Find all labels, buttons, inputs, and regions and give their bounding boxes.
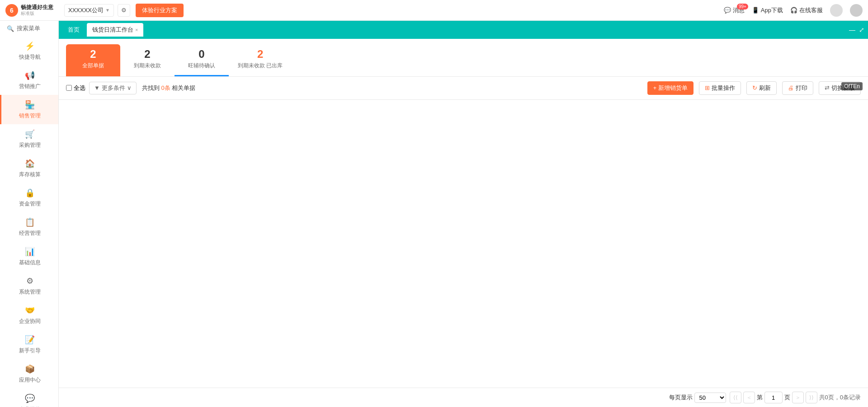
company-selector[interactable]: XXXXXX公司 ▼	[64, 4, 114, 17]
sidebar-item-guide[interactable]: 📝 新手引导	[0, 330, 58, 359]
sidebar-item-finance[interactable]: 🔒 资金管理	[0, 183, 58, 212]
app-download-button[interactable]: 📱 App下载	[752, 6, 783, 14]
page-content: 2 全部单据 2 到期未收款 0 旺辅待确认 2 到期未收款 已出库	[59, 39, 868, 407]
sidebar-item-wechat[interactable]: 💬 企业微信	[0, 388, 58, 407]
stat-card-all[interactable]: 2 全部单据	[66, 44, 120, 76]
tab-active-label: 钱货日清工作台	[92, 26, 133, 34]
stat-label-all: 全部单据	[75, 62, 111, 70]
trial-button[interactable]: 体验行业方案	[136, 4, 184, 17]
sidebar-item-label: 销售管理	[19, 112, 41, 120]
refresh-button[interactable]: ↻ 刷新	[746, 81, 777, 95]
print-button[interactable]: 🖨 打印	[782, 81, 813, 95]
toolbar: 全选 ▼ 更多条件 ∨ 共找到 0条 相关单据 + 新增销货单 ⊞ 批量操作	[59, 77, 868, 100]
sidebar-item-purchase[interactable]: 🛒 采购管理	[0, 124, 58, 154]
top-header: 6 畅捷通好生意 标准版 XXXXXX公司 ▼ ⚙ 体验行业方案 💬 消息 99…	[0, 0, 868, 21]
message-icon: 💬	[724, 7, 731, 14]
switch-icon: ⇄	[825, 84, 830, 91]
tab-minimize-button[interactable]: —	[849, 26, 855, 33]
wechat-icon: 💬	[24, 393, 35, 404]
related-label: 相关单据	[172, 84, 195, 91]
add-sale-button[interactable]: + 新增销货单	[647, 81, 693, 95]
online-service-label: 在线客服	[799, 6, 823, 14]
logo-main: 畅捷通好生意	[21, 4, 53, 10]
sidebar-item-label: 采购管理	[19, 141, 41, 149]
batch-button[interactable]: ⊞ 批量操作	[699, 81, 741, 95]
sidebar-item-label: 基础信息	[19, 259, 41, 267]
last-page-button[interactable]: ⟩⟩	[806, 392, 817, 403]
page-prefix: 第	[757, 393, 763, 402]
tab-bar: 首页 钱货日清工作台 × — ⤢	[59, 21, 868, 39]
sidebar-item-inventory[interactable]: 🏠 库存核算	[0, 154, 58, 183]
page-size-select: 每页显示 50 10 20 100	[669, 393, 726, 403]
tab-home[interactable]: 首页	[62, 23, 85, 37]
search-menu-label: 搜索菜单	[17, 24, 40, 33]
online-service-button[interactable]: 🎧 在线客服	[790, 6, 823, 14]
system-icon: ⚙	[24, 276, 35, 286]
sales-icon: 🏪	[24, 99, 35, 110]
content-area: 首页 钱货日清工作台 × — ⤢ 2 全部单据 2 到期未收款	[59, 21, 868, 407]
sidebar-item-label: 新手引导	[19, 347, 41, 355]
logo-sub: 标准版	[21, 11, 53, 16]
next-page-button[interactable]: ＞	[792, 392, 804, 403]
first-page-button[interactable]: ⟨⟨	[730, 392, 741, 403]
sidebar-item-label: 营销推广	[19, 83, 41, 90]
stat-card-outbound[interactable]: 2 到期未收款 已出库	[229, 44, 292, 76]
print-label: 打印	[796, 84, 807, 92]
headset-icon: 🎧	[790, 7, 797, 14]
logo-area: 6 畅捷通好生意 标准版	[5, 4, 64, 17]
stat-number-outbound: 2	[238, 48, 283, 61]
avatar[interactable]	[830, 4, 843, 17]
inventory-icon: 🏠	[24, 158, 35, 169]
main-layout: 🔍 搜索菜单 ⚡ 快捷导航 📢 营销推广 🏪 销售管理 🛒 采购管理 🏠 库存核…	[0, 21, 868, 407]
messages-button[interactable]: 💬 消息 99+	[724, 6, 745, 14]
sidebar-item-operations[interactable]: 📋 经营管理	[0, 212, 58, 242]
refresh-icon: ↻	[752, 84, 757, 91]
tab-maximize-button[interactable]: ⤢	[859, 26, 864, 33]
sidebar-item-app-center[interactable]: 📦 应用中心	[0, 359, 58, 388]
sidebar-item-enterprise[interactable]: 🤝 企业协同	[0, 300, 58, 330]
stat-number-pending: 0	[184, 48, 220, 61]
refresh-label: 刷新	[759, 84, 771, 92]
stat-card-overdue[interactable]: 2 到期未收款	[120, 44, 175, 76]
stat-card-pending[interactable]: 0 旺辅待确认	[175, 44, 229, 76]
tab-close-icon[interactable]: ×	[135, 27, 138, 33]
found-count: 0条	[161, 84, 170, 91]
sidebar-item-label: 应用中心	[19, 376, 41, 384]
sidebar-item-sales[interactable]: 🏪 销售管理	[0, 95, 58, 124]
operations-icon: 📋	[24, 217, 35, 228]
basic-info-icon: 📊	[24, 246, 35, 257]
sidebar-item-basic-info[interactable]: 📊 基础信息	[0, 242, 58, 271]
sidebar-item-marketing[interactable]: 📢 营销推广	[0, 65, 58, 95]
filter-button[interactable]: ▼ 更多条件 ∨	[89, 82, 137, 94]
select-all-checkbox[interactable]: 全选	[66, 84, 85, 92]
per-page-dropdown[interactable]: 50 10 20 100	[694, 393, 726, 403]
logo-icon: 6	[5, 4, 18, 17]
total-info: 共0页，0条记录	[819, 393, 861, 402]
enterprise-icon: 🤝	[24, 305, 35, 316]
gear-icon: ⚙	[121, 7, 127, 14]
company-name: XXXXXX公司	[68, 6, 104, 14]
header-right: 💬 消息 99+ 📱 App下载 🎧 在线客服	[724, 4, 863, 17]
download-icon: 📱	[752, 7, 759, 14]
filter-label: 更多条件	[102, 84, 125, 92]
finance-icon: 🔒	[24, 187, 35, 198]
sidebar-item-label: 经营管理	[19, 229, 41, 237]
app-download-label: App下载	[761, 6, 783, 14]
tab-active[interactable]: 钱货日清工作台 ×	[87, 23, 143, 37]
sidebar-item-quick-nav[interactable]: ⚡ 快捷导航	[0, 36, 58, 65]
stat-label-overdue: 到期未收款	[129, 62, 165, 70]
filter-icon: ▼	[94, 84, 100, 91]
sidebar-item-label: 库存核算	[19, 171, 41, 178]
table-area	[59, 100, 868, 388]
sidebar-search[interactable]: 🔍 搜索菜单	[0, 21, 58, 36]
settings-button[interactable]: ⚙	[118, 4, 130, 17]
page-number-input[interactable]	[764, 392, 783, 403]
sidebar-item-label: 快捷导航	[19, 53, 41, 61]
sidebar-item-system[interactable]: ⚙ 系统管理	[0, 271, 58, 300]
logo-text: 畅捷通好生意 标准版	[21, 4, 53, 16]
prev-page-button[interactable]: ＜	[743, 392, 755, 403]
batch-label: 批量操作	[712, 84, 735, 92]
chevron-down-icon: ▼	[105, 8, 110, 13]
user-avatar[interactable]	[850, 4, 863, 17]
select-all-input[interactable]	[66, 85, 72, 91]
